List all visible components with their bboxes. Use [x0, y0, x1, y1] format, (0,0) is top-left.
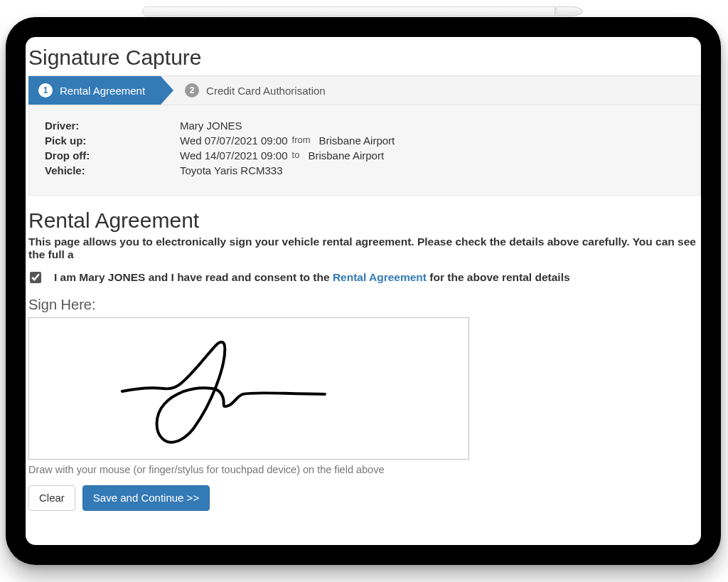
- page-title: Signature Capture: [28, 46, 701, 70]
- driver-value: Mary JONES: [180, 120, 242, 132]
- consent-post: for the above rental details: [427, 271, 570, 283]
- pickup-location: Brisbane Airport: [315, 134, 395, 147]
- rental-agreement-link[interactable]: Rental Agreement: [333, 271, 427, 283]
- consent-text: I am Mary JONES and I have read and cons…: [54, 271, 570, 284]
- dropoff-time: Wed 14/07/2021 09:00: [180, 149, 288, 162]
- action-buttons: Clear Save and Continue >>: [28, 485, 701, 511]
- wizard-step-num: 1: [38, 83, 53, 97]
- pickup-time: Wed 07/07/2021 09:00: [180, 134, 288, 147]
- consent-checkbox[interactable]: [30, 272, 41, 283]
- tablet-screen: Signature Capture 1 Rental Agreement 2 C…: [26, 37, 701, 545]
- vehicle-value: Toyota Yaris RCM333: [180, 164, 283, 176]
- consent-pre: I am Mary JONES and I have read and cons…: [54, 271, 333, 283]
- signature-hint: Draw with your mouse (or finger/stylus f…: [28, 464, 701, 475]
- vehicle-label: Vehicle:: [45, 164, 180, 176]
- signature-stroke-icon: [29, 318, 469, 459]
- wizard-step-credit-card[interactable]: 2 Credit Card Authorisation: [161, 76, 341, 105]
- save-continue-button[interactable]: Save and Continue >>: [82, 485, 210, 511]
- section-lead: This page allows you to electronically s…: [28, 236, 701, 261]
- wizard-steps: 1 Rental Agreement 2 Credit Card Authori…: [28, 75, 701, 105]
- sign-here-label: Sign Here:: [28, 297, 701, 313]
- tablet-frame: Signature Capture 1 Rental Agreement 2 C…: [6, 17, 721, 565]
- wizard-step-label: Rental Agreement: [60, 85, 145, 97]
- pickup-from-label: from: [288, 134, 315, 147]
- signature-canvas[interactable]: [28, 317, 469, 460]
- dropoff-location: Brisbane Airport: [304, 149, 384, 162]
- wizard-step-label: Credit Card Authorisation: [206, 85, 326, 97]
- stylus-decoration: [142, 1, 583, 21]
- wizard-step-rental-agreement[interactable]: 1 Rental Agreement: [28, 76, 161, 105]
- rental-details-panel: Driver: Mary JONES Pick up: Wed 07/07/20…: [28, 105, 701, 196]
- consent-row: I am Mary JONES and I have read and cons…: [28, 271, 701, 284]
- section-title: Rental Agreement: [28, 208, 701, 233]
- clear-button[interactable]: Clear: [28, 485, 75, 511]
- driver-label: Driver:: [45, 120, 180, 132]
- dropoff-to-label: to: [288, 149, 304, 162]
- wizard-step-num: 2: [185, 83, 199, 97]
- pickup-label: Pick up:: [45, 134, 180, 147]
- dropoff-label: Drop off:: [45, 149, 180, 162]
